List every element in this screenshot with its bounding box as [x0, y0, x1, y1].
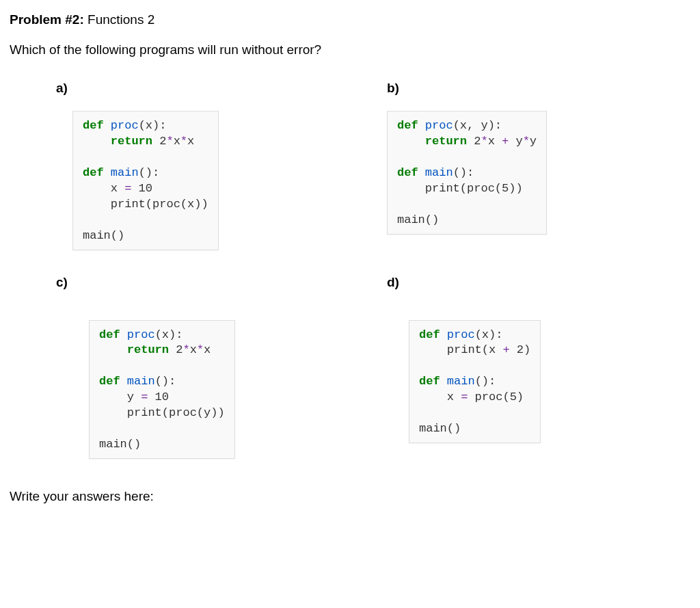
answers-prompt: Write your answers here: [10, 489, 690, 504]
problem-number: Problem #2: [10, 12, 84, 27]
problem-title: Functions 2 [84, 12, 155, 27]
question-text: Which of the following programs will run… [10, 42, 690, 57]
option-c: c) def proc(x): return 2*x*x def main():… [56, 275, 332, 460]
option-d-label: d) [387, 275, 663, 290]
option-d-code: def proc(x): print(x + 2) def main(): x … [409, 320, 541, 444]
options-row-1: a) def proc(x): return 2*x*x def main():… [56, 81, 663, 250]
option-c-code: def proc(x): return 2*x*x def main(): y … [89, 320, 235, 460]
options-row-2: c) def proc(x): return 2*x*x def main():… [56, 275, 663, 460]
option-d: d) def proc(x): print(x + 2) def main():… [387, 275, 663, 460]
option-c-label: c) [56, 275, 332, 290]
option-a: a) def proc(x): return 2*x*x def main():… [56, 81, 332, 250]
option-a-label: a) [56, 81, 332, 96]
option-a-code: def proc(x): return 2*x*x def main(): x … [72, 111, 219, 250]
option-b-label: b) [387, 81, 663, 96]
option-b: b) def proc(x, y): return 2*x + y*y def … [387, 81, 663, 250]
problem-heading: Problem #2: Functions 2 [10, 12, 690, 27]
options-container: a) def proc(x): return 2*x*x def main():… [56, 81, 663, 459]
option-b-code: def proc(x, y): return 2*x + y*y def mai… [387, 111, 547, 235]
